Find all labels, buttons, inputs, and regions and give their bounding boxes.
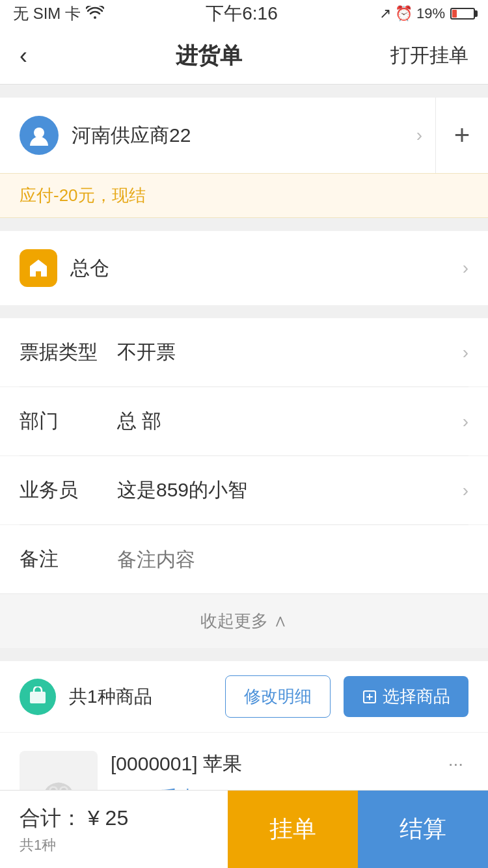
remark-input[interactable]: [111, 549, 468, 571]
department-row[interactable]: 部门 总 部 ›: [0, 387, 488, 455]
remark-row[interactable]: 备注: [0, 525, 488, 593]
total-count: 共1种: [20, 835, 208, 855]
invoice-type-value: 不开票: [111, 339, 456, 366]
product-name: [0000001] 苹果: [111, 751, 430, 778]
salesperson-value: 这是859的小智: [111, 477, 456, 504]
product-section-icon: [20, 679, 56, 715]
invoice-type-row[interactable]: 票据类型 不开票 ›: [0, 318, 488, 387]
alarm-icon: ⏰: [395, 5, 413, 22]
total-section: 合计： ¥ 25 共1种: [0, 791, 228, 868]
supplier-chevron-icon: ›: [416, 125, 422, 146]
battery-percent: 19%: [416, 5, 445, 22]
product-more-button[interactable]: ···: [443, 751, 468, 777]
supplier-avatar: [20, 116, 59, 155]
status-indicators: ↗ ⏰ 19%: [379, 5, 475, 22]
checkout-button[interactable]: 结算: [358, 791, 488, 868]
location-icon: ↗: [379, 5, 391, 22]
status-time: 下午6:16: [206, 1, 278, 26]
gap-1: [0, 85, 488, 98]
collapse-button[interactable]: 收起更多 ∧: [0, 593, 488, 648]
edit-detail-button[interactable]: 修改明细: [225, 675, 331, 718]
department-label: 部门: [20, 408, 111, 435]
product-count-label: 共1种商品: [69, 685, 212, 709]
supplier-name: 河南供应商22: [72, 122, 410, 149]
select-product-button[interactable]: 选择商品: [344, 676, 468, 717]
svg-rect-2: [30, 692, 46, 703]
product-section-header: 共1种商品 修改明细 选择商品: [0, 661, 488, 732]
back-button[interactable]: ‹: [20, 42, 27, 70]
hang-button[interactable]: 挂单: [228, 791, 358, 868]
warehouse-icon: [20, 249, 57, 287]
total-amount: 合计： ¥ 25: [20, 804, 208, 833]
supplier-selector[interactable]: 河南供应商22 ›: [0, 98, 436, 173]
supplier-add-button[interactable]: +: [436, 98, 488, 173]
open-pending-button[interactable]: 打开挂单: [390, 42, 468, 69]
notice-banner: 应付-20元，现结: [0, 173, 488, 218]
warehouse-name: 总仓: [70, 255, 456, 282]
invoice-type-label: 票据类型: [20, 339, 111, 366]
department-chevron-icon: ›: [463, 411, 468, 432]
status-carrier: 无 SIM 卡: [13, 3, 104, 24]
battery-icon: [450, 8, 475, 20]
status-bar: 无 SIM 卡 下午6:16 ↗ ⏰ 19%: [0, 0, 488, 27]
svg-rect-1: [36, 271, 41, 277]
salesperson-row[interactable]: 业务员 这是859的小智 ›: [0, 456, 488, 524]
supplier-section: 河南供应商22 › +: [0, 98, 488, 173]
svg-point-0: [34, 128, 44, 138]
warehouse-chevron-icon: ›: [463, 258, 468, 278]
bottom-bar: 合计： ¥ 25 共1种 挂单 结算: [0, 790, 488, 868]
gap-3: [0, 305, 488, 318]
salesperson-label: 业务员: [20, 477, 111, 504]
remark-label: 备注: [20, 546, 111, 573]
invoice-type-chevron-icon: ›: [463, 342, 468, 363]
nav-bar: ‹ 进货单 打开挂单: [0, 27, 488, 85]
gap-2: [0, 218, 488, 231]
department-value: 总 部: [111, 408, 456, 435]
warehouse-row[interactable]: 总仓 ›: [0, 231, 488, 305]
page-title: 进货单: [176, 41, 242, 71]
wifi-icon: [86, 5, 104, 23]
salesperson-chevron-icon: ›: [463, 480, 468, 501]
